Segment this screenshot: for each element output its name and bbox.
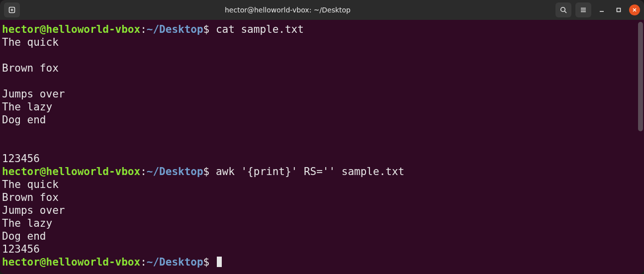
- output-line: The quick: [2, 178, 642, 191]
- svg-rect-9: [617, 8, 621, 12]
- prompt-symbol: $: [203, 166, 216, 178]
- close-button[interactable]: [629, 4, 640, 15]
- prompt-line: hector@helloworld-vbox:~/Desktop$ awk '{…: [2, 165, 642, 178]
- prompt-colon: :: [140, 256, 147, 268]
- cursor: [217, 257, 222, 267]
- output-line: [2, 139, 642, 152]
- output-line: Brown fox: [2, 62, 642, 75]
- new-tab-icon: [8, 6, 16, 14]
- prompt-colon: :: [140, 166, 147, 178]
- titlebar: hector@helloworld-vbox: ~/Desktop: [0, 0, 644, 20]
- close-icon: [632, 7, 637, 12]
- output-line: Jumps over: [2, 204, 642, 217]
- output-line: Dog end: [2, 230, 642, 243]
- output-line: 123456: [2, 152, 642, 165]
- search-button[interactable]: [555, 2, 571, 17]
- prompt-user-host: hector@helloworld-vbox: [2, 256, 140, 268]
- svg-line-4: [564, 11, 566, 13]
- prompt-user-host: hector@helloworld-vbox: [2, 23, 140, 35]
- maximize-icon: [616, 7, 622, 13]
- output-line: [2, 49, 642, 62]
- prompt-path: ~/Desktop: [147, 166, 203, 178]
- prompt-path: ~/Desktop: [147, 256, 203, 268]
- terminal-window: hector@helloworld-vbox: ~/Desktop: [0, 0, 644, 274]
- output-line: The lazy: [2, 100, 642, 113]
- window-title: hector@helloworld-vbox: ~/Desktop: [20, 6, 555, 14]
- maximize-button[interactable]: [612, 3, 625, 16]
- output-line: [2, 126, 642, 139]
- prompt-line: hector@helloworld-vbox:~/Desktop$: [2, 256, 642, 269]
- output-line: Jumps over: [2, 88, 642, 100]
- prompt-symbol: $: [203, 23, 216, 35]
- prompt-line: hector@helloworld-vbox:~/Desktop$ cat sa…: [2, 23, 642, 36]
- search-icon: [559, 6, 567, 14]
- command-text: cat sample.txt: [216, 23, 304, 35]
- output-line: The lazy: [2, 217, 642, 230]
- new-tab-button[interactable]: [4, 2, 20, 17]
- output-line: [2, 75, 642, 88]
- minimize-icon: [599, 7, 605, 13]
- menu-button[interactable]: [575, 2, 591, 17]
- scrollbar-thumb[interactable]: [638, 22, 643, 131]
- output-line: 123456: [2, 243, 642, 256]
- prompt-symbol: $: [203, 256, 216, 268]
- output-line: The quick: [2, 36, 642, 49]
- output-line: Dog end: [2, 113, 642, 126]
- minimize-button[interactable]: [595, 3, 608, 16]
- hamburger-icon: [579, 6, 587, 14]
- command-text: awk '{print}' RS='' sample.txt: [216, 166, 404, 178]
- prompt-colon: :: [140, 23, 147, 35]
- output-line: Brown fox: [2, 191, 642, 204]
- svg-point-3: [561, 7, 565, 12]
- prompt-user-host: hector@helloworld-vbox: [2, 166, 140, 178]
- terminal-body[interactable]: hector@helloworld-vbox:~/Desktop$ cat sa…: [0, 20, 644, 274]
- prompt-path: ~/Desktop: [147, 23, 203, 35]
